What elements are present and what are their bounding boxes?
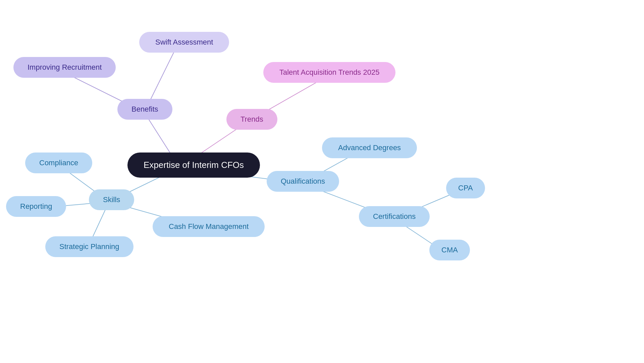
reporting-node[interactable]: Reporting: [6, 196, 66, 217]
cash-flow-management-node[interactable]: Cash Flow Management: [153, 216, 265, 237]
certifications-node[interactable]: Certifications: [359, 206, 430, 227]
center-node[interactable]: Expertise of Interim CFOs: [127, 153, 260, 178]
improving-recruitment-node[interactable]: Improving Recruitment: [13, 57, 116, 78]
cma-node[interactable]: CMA: [429, 240, 470, 260]
swift-assessment-node[interactable]: Swift Assessment: [139, 32, 229, 53]
talent-acquisition-node[interactable]: Talent Acquisition Trends 2025: [263, 62, 395, 83]
advanced-degrees-node[interactable]: Advanced Degrees: [322, 137, 417, 158]
cpa-node[interactable]: CPA: [446, 178, 485, 198]
benefits-node[interactable]: Benefits: [117, 99, 172, 120]
skills-node[interactable]: Skills: [89, 189, 134, 210]
qualifications-node[interactable]: Qualifications: [267, 171, 339, 192]
strategic-planning-node[interactable]: Strategic Planning: [45, 236, 133, 257]
trends-node[interactable]: Trends: [226, 109, 277, 130]
compliance-node[interactable]: Compliance: [25, 153, 92, 173]
